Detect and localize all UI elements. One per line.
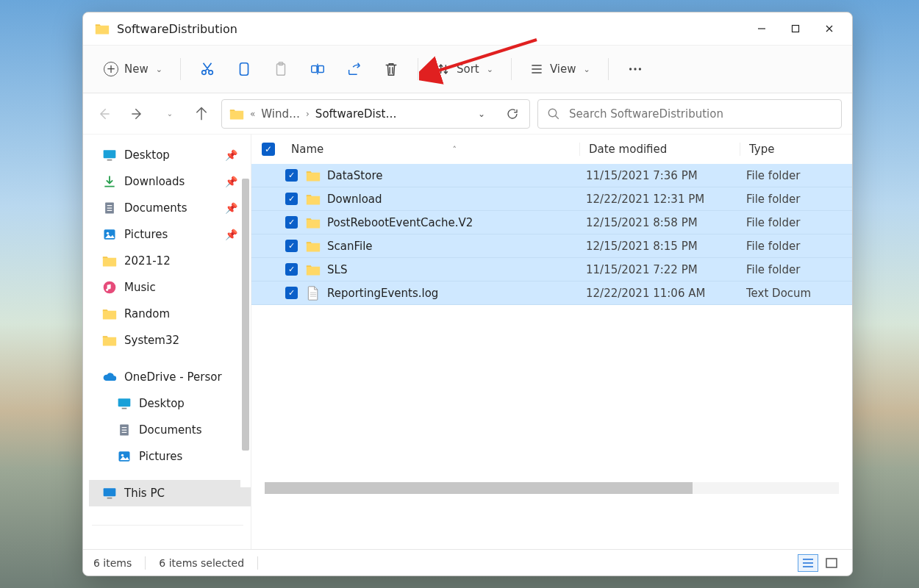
search-input[interactable] bbox=[569, 107, 832, 121]
select-all-checkbox[interactable]: ✓ bbox=[262, 143, 275, 156]
forward-button[interactable] bbox=[124, 101, 149, 126]
folder-icon bbox=[305, 263, 321, 276]
column-type-header[interactable]: Type bbox=[749, 143, 774, 156]
sidebar-item[interactable]: Pictures bbox=[89, 443, 251, 470]
sidebar-item-thispc[interactable]: This PC bbox=[89, 480, 251, 506]
arrow-right-icon bbox=[129, 107, 144, 121]
ellipsis-icon bbox=[627, 61, 643, 77]
share-button[interactable] bbox=[338, 54, 371, 84]
svg-point-7 bbox=[634, 68, 636, 70]
file-row[interactable]: ✓DataStore11/15/2021 7:36 PMFile folder bbox=[251, 164, 852, 187]
delete-button[interactable] bbox=[375, 54, 407, 84]
horizontal-scrollbar[interactable] bbox=[251, 481, 852, 495]
close-button[interactable] bbox=[812, 14, 846, 43]
file-row[interactable]: ✓Download12/22/2021 12:31 PMFile folder bbox=[251, 187, 852, 211]
recent-locations-button[interactable]: ⌄ bbox=[157, 101, 182, 126]
sidebar-item[interactable]: Downloads📌 bbox=[89, 168, 251, 195]
file-date: 12/22/2021 12:31 PM bbox=[586, 193, 746, 206]
cut-button[interactable] bbox=[191, 54, 224, 84]
sidebar-item-label: Pictures bbox=[124, 228, 168, 241]
column-date-header[interactable]: Date modified bbox=[589, 143, 667, 156]
sort-button[interactable]: Sort ⌄ bbox=[429, 54, 501, 84]
view-icon bbox=[529, 62, 544, 76]
file-type: File folder bbox=[746, 193, 852, 206]
file-icon bbox=[305, 286, 321, 301]
folder-icon bbox=[229, 107, 244, 121]
breadcrumb-segment[interactable]: Wind… bbox=[261, 107, 300, 121]
paste-button[interactable] bbox=[265, 54, 297, 84]
sidebar-item[interactable]: 2021-12 bbox=[89, 248, 251, 274]
minimize-button[interactable] bbox=[745, 14, 779, 43]
pin-icon: 📌 bbox=[225, 202, 237, 214]
navigation-pane: Desktop📌Downloads📌Documents📌Pictures📌202… bbox=[83, 135, 251, 549]
file-date: 11/15/2021 7:22 PM bbox=[586, 263, 746, 276]
file-row[interactable]: ✓PostRebootEventCache.V212/15/2021 8:58 … bbox=[251, 211, 852, 234]
arrow-left-icon bbox=[97, 107, 112, 121]
pin-icon: 📌 bbox=[225, 176, 237, 187]
sidebar-item[interactable]: Desktop bbox=[89, 390, 251, 417]
row-checkbox[interactable]: ✓ bbox=[285, 216, 298, 229]
row-checkbox[interactable]: ✓ bbox=[285, 240, 298, 252]
rename-button[interactable] bbox=[301, 54, 334, 84]
file-row[interactable]: ✓SLS11/15/2021 7:22 PMFile folder bbox=[251, 258, 852, 282]
maximize-button[interactable] bbox=[779, 14, 812, 43]
file-row[interactable]: ✓ReportingEvents.log12/22/2021 11:06 AMT… bbox=[251, 282, 852, 305]
pin-icon: 📌 bbox=[225, 229, 237, 240]
view-button[interactable]: View ⌄ bbox=[522, 54, 598, 84]
sidebar-item[interactable]: Random bbox=[89, 301, 251, 327]
music-icon bbox=[102, 280, 117, 295]
document-icon bbox=[117, 423, 132, 437]
sidebar-item-label: Desktop bbox=[139, 397, 185, 410]
grid-icon bbox=[826, 558, 837, 568]
monitor-icon bbox=[102, 486, 117, 501]
command-toolbar: + New ⌄ Sort ⌄ View bbox=[83, 45, 852, 93]
clipboard-icon bbox=[273, 61, 289, 77]
row-checkbox[interactable]: ✓ bbox=[285, 263, 298, 276]
up-button[interactable] bbox=[189, 101, 214, 126]
svg-rect-0 bbox=[793, 26, 799, 32]
more-button[interactable] bbox=[619, 54, 651, 84]
sidebar-item-label: This PC bbox=[124, 487, 165, 500]
file-name: SLS bbox=[327, 263, 586, 276]
file-name: ScanFile bbox=[327, 240, 586, 253]
svg-rect-1 bbox=[240, 63, 248, 76]
thumbnails-view-toggle[interactable] bbox=[821, 554, 842, 572]
sidebar-item[interactable]: System32 bbox=[89, 327, 251, 354]
download-icon bbox=[102, 174, 117, 189]
address-history-button[interactable]: ⌄ bbox=[469, 101, 494, 126]
chevron-right-icon: › bbox=[306, 109, 310, 119]
details-view-toggle[interactable] bbox=[798, 554, 818, 572]
breadcrumb-segment[interactable]: SoftwareDist… bbox=[315, 107, 397, 121]
search-box[interactable] bbox=[537, 99, 842, 129]
folder-icon bbox=[102, 306, 117, 321]
address-bar[interactable]: « Wind… › SoftwareDist… ⌄ bbox=[221, 99, 530, 129]
new-button[interactable]: + New ⌄ bbox=[96, 54, 170, 84]
copy-button[interactable] bbox=[228, 54, 260, 84]
sidebar-item-label: Documents bbox=[124, 201, 187, 215]
row-checkbox[interactable]: ✓ bbox=[285, 287, 298, 299]
chevron-down-icon: ⌄ bbox=[167, 110, 173, 118]
sidebar-item-label: Documents bbox=[139, 423, 202, 437]
sidebar-item[interactable]: Music bbox=[89, 274, 251, 301]
refresh-button[interactable] bbox=[500, 101, 525, 126]
window-folder-icon bbox=[95, 22, 110, 35]
view-label: View bbox=[550, 62, 576, 76]
row-checkbox[interactable]: ✓ bbox=[285, 169, 298, 182]
sidebar-item[interactable]: Documents📌 bbox=[89, 195, 251, 221]
sidebar-item-onedrive[interactable]: OneDrive - Persor bbox=[89, 364, 251, 390]
sidebar-item[interactable]: Desktop📌 bbox=[89, 142, 251, 168]
column-name-header[interactable]: Name bbox=[291, 143, 323, 156]
file-row[interactable]: ✓ScanFile12/15/2021 8:15 PMFile folder bbox=[251, 234, 852, 258]
row-checkbox[interactable]: ✓ bbox=[285, 193, 298, 205]
svg-rect-11 bbox=[107, 159, 112, 161]
sidebar-item[interactable]: Pictures📌 bbox=[89, 221, 251, 248]
sidebar-item[interactable]: Documents bbox=[89, 417, 251, 443]
sidebar-scrollbar[interactable] bbox=[240, 179, 251, 487]
rename-icon bbox=[310, 61, 326, 77]
svg-point-14 bbox=[107, 232, 109, 234]
svg-rect-5 bbox=[318, 65, 323, 72]
back-button[interactable] bbox=[92, 101, 117, 126]
nav-row: ⌄ « Wind… › SoftwareDist… ⌄ bbox=[83, 93, 852, 135]
svg-rect-17 bbox=[122, 408, 127, 409]
new-label: New bbox=[124, 62, 149, 76]
